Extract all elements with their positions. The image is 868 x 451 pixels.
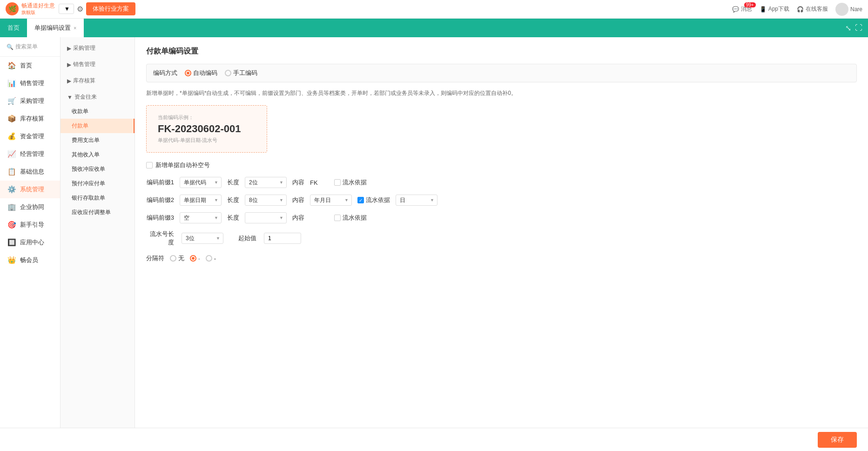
- prefix1-label: 编码前缀1: [146, 178, 174, 187]
- sub-item-receipt[interactable]: 收款单: [61, 104, 135, 119]
- company-icon: 🏢: [7, 203, 16, 211]
- sidebar-item-company[interactable]: 🏢 企业协同: [0, 198, 60, 216]
- manual-encoding-radio[interactable]: 手工编码: [225, 69, 257, 77]
- auto-encoding-radio[interactable]: 自动编码: [185, 69, 217, 77]
- sub-group-label: 资金往来: [74, 93, 97, 101]
- prefix3-stream-check[interactable]: [334, 215, 341, 221]
- separator-dot-label: ·: [198, 255, 200, 262]
- home-icon: 🏠: [7, 61, 16, 70]
- auto-radio-circle: [185, 70, 191, 76]
- prefix3-select[interactable]: 空: [180, 212, 222, 223]
- topbar: 🌿 畅通道好生意 旗舰版 ▼ ⚙ 体验行业方案 💬 消息 99+ 📱 App下载…: [0, 0, 868, 19]
- app-download-button[interactable]: 📱 App下载: [760, 5, 789, 13]
- sub-item-prepaid-payable[interactable]: 预付冲应付单: [61, 176, 135, 191]
- prefix2-unit-select[interactable]: 日: [396, 195, 437, 206]
- prefix1-select[interactable]: 单据代码: [180, 177, 222, 188]
- sidebar-item-operations[interactable]: 📈 经营管理: [0, 145, 60, 163]
- app-download-icon: 📱: [760, 6, 767, 13]
- sub-group-finance-title[interactable]: ▼ 资金往来: [61, 90, 135, 104]
- tab-home[interactable]: 首页: [0, 19, 27, 37]
- sub-item-expense[interactable]: 费用支出单: [61, 133, 135, 148]
- chevron-right-icon: ▶: [67, 61, 71, 68]
- prefix2-row: 编码前缀2 单据日期 长度 8位 内容 年月日 ✓ 流水依据: [146, 195, 857, 206]
- prefix1-content-label: 内容: [292, 178, 304, 187]
- message-button[interactable]: 💬 消息 99+: [732, 5, 752, 13]
- tabbar-actions: ⤡ ⛶: [845, 24, 868, 33]
- separator-dash-radio[interactable]: -: [206, 255, 216, 262]
- sidebar-item-member[interactable]: 👑 畅会员: [0, 251, 60, 269]
- sidebar-item-label: 基础信息: [20, 168, 44, 176]
- prefix2-content-wrapper: 年月日: [310, 195, 352, 206]
- online-service-icon: 🎧: [797, 6, 804, 13]
- sidebar-item-label: 采购管理: [20, 97, 44, 105]
- serial-start-input[interactable]: [264, 233, 301, 244]
- sidebar-item-guide[interactable]: 🎯 新手引导: [0, 216, 60, 234]
- sidebar: 🔍 搜索菜单 🏠 首页 📊 销售管理 🛒 采购管理 📦 库存核算 💰: [0, 37, 61, 451]
- prefix3-stream-checkbox[interactable]: 流水依据: [334, 214, 367, 222]
- prefix2-content-select[interactable]: 年月日: [310, 195, 352, 206]
- prefix3-stream-label: 流水依据: [343, 214, 367, 222]
- dropdown-button[interactable]: ▼: [59, 4, 74, 14]
- message-icon: 💬: [732, 6, 739, 13]
- gear-button[interactable]: ⚙: [77, 5, 83, 13]
- sub-group-sales-title[interactable]: ▶ 销售管理: [61, 57, 135, 72]
- finance-icon: 💰: [7, 132, 16, 141]
- prefix2-length-select[interactable]: 8位: [245, 195, 287, 206]
- separator-none-radio[interactable]: 无: [170, 254, 184, 263]
- prefix3-length-select[interactable]: [245, 212, 287, 223]
- serial-length-select[interactable]: 3位: [182, 233, 223, 244]
- sub-item-other-income[interactable]: 其他收入单: [61, 148, 135, 162]
- sidebar-item-sales[interactable]: 📊 销售管理: [0, 74, 60, 92]
- sidebar-item-label: 畅会员: [20, 256, 38, 264]
- prefix1-length-select[interactable]: 2位: [245, 177, 287, 188]
- sidebar-item-home[interactable]: 🏠 首页: [0, 57, 60, 74]
- prefix2-stream-check[interactable]: ✓: [357, 197, 364, 203]
- separator-dash-label: -: [214, 255, 216, 262]
- prefix2-select-wrapper: 单据日期: [180, 195, 222, 206]
- sidebar-item-apps[interactable]: 🔲 应用中心: [0, 234, 60, 251]
- prefix1-stream-check[interactable]: [334, 179, 341, 186]
- sub-group-inventory-title[interactable]: ▶ 库存核算: [61, 74, 135, 88]
- save-button[interactable]: 保存: [818, 432, 857, 448]
- auto-fill-checkbox[interactable]: [146, 162, 153, 168]
- sub-group-purchase-title[interactable]: ▶ 采购管理: [61, 41, 135, 55]
- sales-icon: 📊: [7, 79, 16, 88]
- auto-fill-row: 新增单据自动补空号: [146, 161, 857, 169]
- prefix2-select[interactable]: 单据日期: [180, 195, 222, 206]
- prefix1-stream-checkbox[interactable]: 流水依据: [334, 178, 367, 187]
- prefix2-length-wrapper: 8位: [245, 195, 287, 206]
- sub-item-adjustment[interactable]: 应收应付调整单: [61, 205, 135, 220]
- auto-fill-label: 新增单据自动补空号: [155, 161, 210, 169]
- sub-group-label: 库存核算: [73, 77, 95, 85]
- page-title: 付款单编码设置: [146, 47, 857, 56]
- sidebar-item-purchase[interactable]: 🛒 采购管理: [0, 92, 60, 110]
- sidebar-item-inventory[interactable]: 📦 库存核算: [0, 110, 60, 128]
- online-service-button[interactable]: 🎧 在线客服: [797, 5, 828, 13]
- main-layout: 🔍 搜索菜单 🏠 首页 📊 销售管理 🛒 采购管理 📦 库存核算 💰: [0, 37, 868, 451]
- search-menu[interactable]: 🔍 搜索菜单: [4, 41, 56, 53]
- prefix2-stream-checkbox[interactable]: ✓ 流水依据: [357, 196, 390, 204]
- separator-dot-radio[interactable]: ·: [190, 255, 200, 262]
- chevron-right-icon: ▶: [67, 78, 71, 84]
- user-profile[interactable]: Nare: [835, 3, 862, 16]
- sidebar-item-finance[interactable]: 💰 资金管理: [0, 128, 60, 145]
- avatar: [835, 3, 848, 16]
- topbar-left: 🌿 畅通道好生意 旗舰版 ▼ ⚙ 体验行业方案: [6, 2, 135, 15]
- sidebar-item-label: 应用中心: [20, 238, 44, 247]
- tab-close-icon[interactable]: ×: [74, 25, 76, 31]
- sub-item-payment[interactable]: 付款单: [61, 119, 135, 133]
- sub-item-bank[interactable]: 银行存取款单: [61, 191, 135, 205]
- sidebar-item-system[interactable]: ⚙️ 系统管理: [0, 181, 60, 198]
- prefix1-select-wrapper: 单据代码: [180, 177, 222, 188]
- sidebar-item-basic[interactable]: 📋 基础信息: [0, 163, 60, 181]
- tab-settings[interactable]: 单据编码设置 ×: [27, 19, 84, 37]
- expand-icon[interactable]: ⤡: [845, 24, 851, 33]
- user-name: Nare: [850, 6, 862, 13]
- code-preview-box: 当前编码示例： FK-20230602-001 单据代码-单据日期-流水号: [146, 105, 267, 153]
- sidebar-search[interactable]: 🔍 搜索菜单: [0, 37, 60, 57]
- experience-button[interactable]: 体验行业方案: [86, 2, 135, 15]
- sub-group-label: 销售管理: [73, 61, 95, 68]
- fullscreen-icon[interactable]: ⛶: [855, 24, 862, 32]
- prefix1-row: 编码前缀1 单据代码 长度 2位 内容 FK 流水依据: [146, 177, 857, 188]
- sub-item-prepaid-receivable[interactable]: 预收冲应收单: [61, 162, 135, 176]
